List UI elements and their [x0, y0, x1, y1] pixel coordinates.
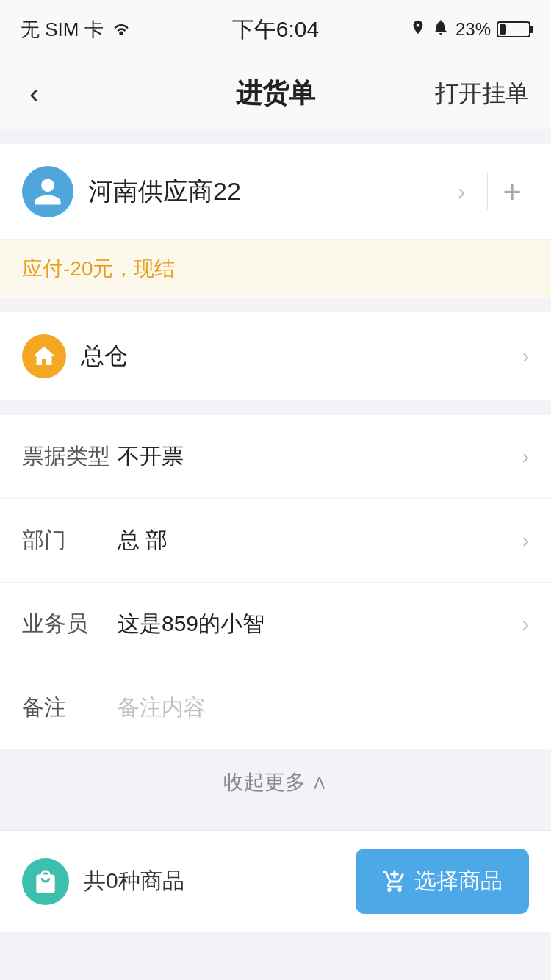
supplier-card: 河南供应商22 › + 应付-20元，现结	[0, 144, 551, 298]
section-gap-4	[0, 815, 551, 830]
nav-bar: ‹ 进货单 打开挂单	[0, 59, 551, 129]
supplier-chevron-icon: ›	[458, 179, 465, 204]
status-right: 23%	[410, 18, 530, 40]
warehouse-chevron-icon: ›	[522, 345, 529, 368]
collapse-label: 收起更多 ∧	[223, 771, 328, 793]
remark-input[interactable]: 备注内容	[110, 693, 529, 723]
status-left: 无 SIM 卡	[21, 17, 132, 43]
section-gap-1	[0, 129, 551, 144]
select-product-button[interactable]: 选择商品	[356, 849, 529, 914]
location-icon	[410, 19, 426, 40]
page-title: 进货单	[236, 76, 315, 112]
home-icon	[31, 343, 57, 370]
status-time: 下午6:04	[232, 15, 319, 45]
wifi-icon	[111, 17, 132, 43]
remark-row[interactable]: 备注 备注内容	[0, 666, 551, 749]
salesman-row[interactable]: 业务员 这是859的小智 ›	[0, 583, 551, 666]
invoice-label: 票据类型	[22, 442, 110, 472]
supplier-row[interactable]: 河南供应商22 › +	[0, 144, 551, 240]
form-card: 票据类型 不开票 › 部门 总 部 › 业务员 这是859的小智 › 备注 备注…	[0, 415, 551, 749]
department-value: 总 部	[110, 525, 515, 555]
department-chevron-icon: ›	[522, 529, 529, 552]
notice-banner: 应付-20元，现结	[0, 240, 551, 298]
product-icon-wrap	[22, 858, 69, 905]
warehouse-card[interactable]: 总仓 ›	[0, 312, 551, 400]
remark-label: 备注	[22, 693, 110, 723]
warehouse-name: 总仓	[81, 340, 522, 372]
add-supplier-button[interactable]: +	[495, 173, 529, 210]
department-label: 部门	[22, 525, 110, 555]
alarm-icon	[432, 18, 450, 40]
battery-percentage: 23%	[455, 19, 491, 40]
salesman-chevron-icon: ›	[522, 613, 529, 636]
shopping-bag-icon	[32, 868, 60, 896]
back-button[interactable]: ‹	[22, 70, 46, 118]
invoice-chevron-icon: ›	[522, 445, 529, 469]
collapse-button[interactable]: 收起更多 ∧	[0, 749, 551, 815]
separator	[487, 173, 488, 210]
person-icon	[32, 176, 64, 208]
section-gap-3	[0, 400, 551, 415]
product-count: 共0种商品	[84, 866, 356, 896]
cart-icon	[382, 869, 407, 894]
invoice-row[interactable]: 票据类型 不开票 ›	[0, 415, 551, 499]
svg-point-0	[120, 32, 122, 34]
open-pending-button[interactable]: 打开挂单	[435, 78, 529, 110]
warehouse-row[interactable]: 总仓 ›	[0, 312, 551, 400]
invoice-value: 不开票	[110, 442, 515, 472]
supplier-avatar	[22, 166, 73, 217]
bottom-bar: 共0种商品 选择商品	[0, 830, 551, 932]
salesman-label: 业务员	[22, 609, 110, 639]
carrier-text: 无 SIM 卡	[21, 17, 104, 43]
page-background	[0, 932, 551, 980]
salesman-value: 这是859的小智	[110, 609, 515, 639]
supplier-name: 河南供应商22	[88, 175, 458, 209]
battery-icon	[497, 21, 530, 37]
status-bar: 无 SIM 卡 下午6:04 23%	[0, 0, 551, 59]
notice-text: 应付-20元，现结	[22, 257, 175, 280]
department-row[interactable]: 部门 总 部 ›	[0, 499, 551, 583]
warehouse-icon-wrap	[22, 334, 66, 378]
section-gap-2	[0, 298, 551, 312]
select-product-label: 选择商品	[414, 866, 503, 896]
